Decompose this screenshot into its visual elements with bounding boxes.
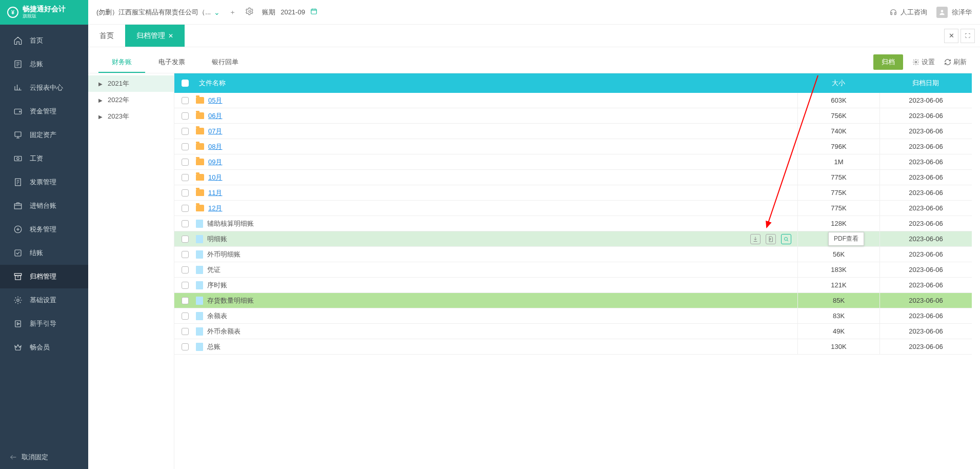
sidebar-item-home[interactable]: 首页 xyxy=(0,29,88,52)
file-size: 85K xyxy=(797,293,879,308)
pdf-icon[interactable] xyxy=(766,234,776,244)
sidebar-item-tax[interactable]: 税务管理 xyxy=(0,218,88,241)
tab-归档管理[interactable]: 归档管理✕ xyxy=(125,25,185,47)
file-size: 183K xyxy=(797,262,879,277)
file-name-link[interactable]: 09月 xyxy=(208,158,222,167)
table-row[interactable]: 08月796K2023-06-06 xyxy=(174,139,972,154)
refresh-link[interactable]: 刷新 xyxy=(944,57,967,67)
file-icon xyxy=(196,343,203,351)
row-checkbox[interactable] xyxy=(182,128,189,135)
row-checkbox[interactable] xyxy=(182,266,189,273)
row-checkbox[interactable] xyxy=(182,174,189,181)
table-row[interactable]: 辅助核算明细账128K2023-06-06 xyxy=(174,216,972,231)
user-menu[interactable]: 徐泽华 xyxy=(936,7,972,18)
table-row[interactable]: 存货数量明细账85K2023-06-06 xyxy=(174,293,972,308)
file-name-link[interactable]: 05月 xyxy=(208,96,222,105)
sidebar-item-invoice[interactable]: 发票管理 xyxy=(0,170,88,194)
row-checkbox[interactable] xyxy=(182,343,189,350)
table-row[interactable]: 明细账PDF查看30K2023-06-06 xyxy=(174,231,972,247)
table-row[interactable]: 05月603K2023-06-06 xyxy=(174,93,972,108)
table-row[interactable]: 外币明细账56K2023-06-06 xyxy=(174,247,972,262)
file-name-link[interactable]: 06月 xyxy=(208,111,222,121)
row-checkbox[interactable] xyxy=(182,312,189,320)
file-size: 130K xyxy=(797,339,879,354)
sidebar-pin-toggle[interactable]: 取消固定 xyxy=(0,445,88,469)
sidebar-item-label: 归档管理 xyxy=(30,272,56,281)
file-size: 775K xyxy=(797,170,879,185)
subtab-银行回单[interactable]: 银行回单 xyxy=(198,52,252,73)
tab-fullscreen[interactable]: ⛶ xyxy=(961,29,975,43)
file-name-link[interactable]: 07月 xyxy=(208,127,222,136)
row-checkbox[interactable] xyxy=(182,143,189,150)
table-row[interactable]: 余额表83K2023-06-06 xyxy=(174,308,972,324)
table-row[interactable]: 07月740K2023-06-06 xyxy=(174,124,972,139)
row-checkbox[interactable] xyxy=(182,97,189,104)
sidebar-item-close-period[interactable]: 结账 xyxy=(0,241,88,265)
archive-date: 2023-06-06 xyxy=(879,339,972,354)
settings-icon[interactable] xyxy=(245,7,255,17)
support-link[interactable]: 人工咨询 xyxy=(889,8,927,17)
brand-logo[interactable]: ¥ 畅捷通好会计 旗舰版 xyxy=(0,0,88,25)
row-checkbox[interactable] xyxy=(182,189,189,197)
sidebar-item-archive[interactable]: 归档管理 xyxy=(0,265,88,288)
sidebar-item-stock[interactable]: 进销台账 xyxy=(0,194,88,218)
sidebar-item-ledger[interactable]: 总账 xyxy=(0,52,88,76)
file-name: 明细账 xyxy=(207,234,227,244)
table-row[interactable]: 09月1M2023-06-06 xyxy=(174,154,972,170)
table-header: 文件名称 大小 归档日期 xyxy=(174,73,972,93)
close-icon[interactable]: ✕ xyxy=(168,32,173,40)
table-row[interactable]: 06月756K2023-06-06 xyxy=(174,108,972,124)
add-button[interactable]: ＋ xyxy=(227,8,237,17)
table-row[interactable]: 10月775K2023-06-06 xyxy=(174,170,972,185)
sidebar-item-guide[interactable]: 新手引导 xyxy=(0,312,88,336)
row-checkbox[interactable] xyxy=(182,297,189,304)
tab-首页[interactable]: 首页 xyxy=(88,25,125,47)
file-name-link[interactable]: 11月 xyxy=(208,188,222,198)
file-name-link[interactable]: 12月 xyxy=(208,204,222,213)
row-checkbox[interactable] xyxy=(182,251,189,258)
row-checkbox[interactable] xyxy=(182,159,189,166)
file-table: 文件名称 大小 归档日期 05月603K2023-06-0606月756K202… xyxy=(174,73,972,469)
row-actions xyxy=(750,234,791,244)
tab-close-all[interactable]: ✕ xyxy=(944,29,958,43)
archive-date: 2023-06-06 xyxy=(879,124,972,139)
period-selector[interactable]: 账期 2021-09 xyxy=(262,8,317,17)
file-name-link[interactable]: 10月 xyxy=(208,173,222,182)
subtab-电子发票[interactable]: 电子发票 xyxy=(145,52,198,73)
settings-link[interactable]: 设置 xyxy=(912,57,935,67)
table-row[interactable]: 外币余额表49K2023-06-06 xyxy=(174,324,972,339)
row-checkbox[interactable] xyxy=(182,282,189,289)
file-name-link[interactable]: 08月 xyxy=(208,142,222,151)
sidebar-item-wallet[interactable]: 资金管理 xyxy=(0,100,88,123)
col-size: 大小 xyxy=(797,79,879,88)
sidebar-item-asset[interactable]: 固定资产 xyxy=(0,123,88,147)
tree-item[interactable]: ▶2022年 xyxy=(88,92,174,108)
table-row[interactable]: 11月775K2023-06-06 xyxy=(174,185,972,201)
preview-icon[interactable] xyxy=(781,234,791,244)
archive-button[interactable]: 归档 xyxy=(873,54,903,70)
svg-point-5 xyxy=(17,158,19,160)
sidebar-item-chart[interactable]: 云报表中心 xyxy=(0,76,88,100)
table-row[interactable]: 凭证183K2023-06-06 xyxy=(174,262,972,278)
row-checkbox[interactable] xyxy=(182,236,189,243)
table-row[interactable]: 序时账121K2023-06-06 xyxy=(174,278,972,293)
tree-item[interactable]: ▶2023年 xyxy=(88,108,174,125)
sidebar-item-salary[interactable]: 工资 xyxy=(0,147,88,170)
sidebar-item-gear[interactable]: 基础设置 xyxy=(0,288,88,312)
sidebar-item-vip[interactable]: 畅会员 xyxy=(0,336,88,359)
company-selector[interactable]: (勿删）江西服宝精品有限责任公司（... ⌄ xyxy=(96,8,220,17)
row-checkbox[interactable] xyxy=(182,112,189,120)
company-name: (勿删）江西服宝精品有限责任公司（... xyxy=(96,8,211,17)
table-row[interactable]: 12月775K2023-06-06 xyxy=(174,201,972,216)
download-icon[interactable] xyxy=(750,234,761,244)
row-checkbox[interactable] xyxy=(182,205,189,212)
row-checkbox[interactable] xyxy=(182,328,189,335)
tree-item[interactable]: ▶2021年 xyxy=(88,75,174,92)
select-all-checkbox[interactable] xyxy=(182,80,189,87)
subtab-财务账[interactable]: 财务账 xyxy=(98,52,145,73)
svg-point-2 xyxy=(19,111,21,112)
row-checkbox[interactable] xyxy=(182,220,189,227)
brand-subtitle: 旗舰版 xyxy=(23,13,66,19)
table-row[interactable]: 总账130K2023-06-06 xyxy=(174,339,972,355)
guide-icon xyxy=(13,319,23,328)
